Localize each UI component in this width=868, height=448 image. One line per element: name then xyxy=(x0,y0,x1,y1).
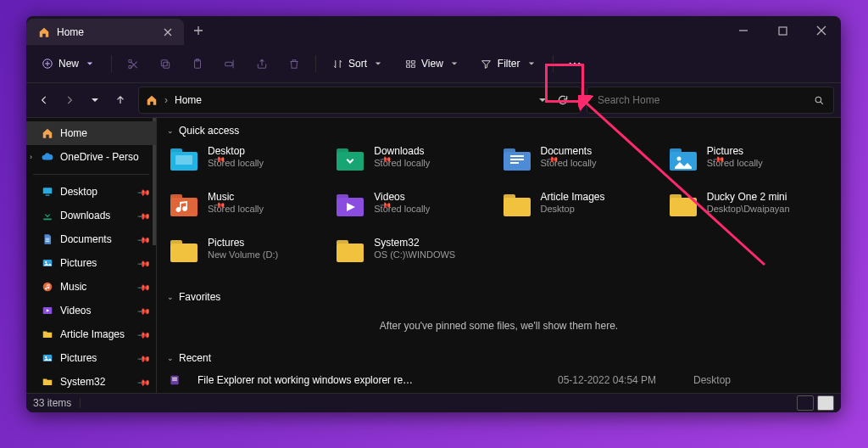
tiles-view-button[interactable] xyxy=(817,395,834,411)
nav-item-label: Videos xyxy=(60,305,91,316)
recent-label: Recent xyxy=(179,352,211,364)
svg-rect-30 xyxy=(337,148,348,154)
svg-rect-12 xyxy=(411,64,415,67)
folder-icon xyxy=(502,147,532,172)
scissors-icon xyxy=(127,58,139,70)
cut-button[interactable] xyxy=(119,51,147,76)
address-bar[interactable]: › Home xyxy=(138,87,581,114)
titlebar: Home xyxy=(26,16,841,45)
nav-item[interactable]: Article Images📌 xyxy=(26,322,156,346)
svg-rect-32 xyxy=(504,148,515,154)
back-button[interactable] xyxy=(31,87,57,113)
chevron-down-icon: ⌄ xyxy=(167,293,174,301)
nav-onedrive[interactable]: › OneDrive - Perso xyxy=(26,145,156,169)
svg-rect-9 xyxy=(406,60,409,63)
svg-rect-44 xyxy=(504,194,515,199)
filter-button[interactable]: Filter xyxy=(472,51,546,76)
file-explorer-window: Home New xyxy=(26,16,841,412)
chevron-down-icon: ⌄ xyxy=(167,126,174,135)
nav-item-label: Pictures xyxy=(60,257,97,269)
sort-label: Sort xyxy=(348,58,367,70)
maximize-button[interactable] xyxy=(763,16,802,45)
svg-rect-17 xyxy=(43,188,53,193)
favorites-header[interactable]: ⌄ Favorites xyxy=(157,284,841,306)
nav-buttons xyxy=(31,87,133,113)
new-tab-button[interactable] xyxy=(184,16,213,45)
svg-rect-34 xyxy=(510,159,524,160)
tab-label: Home xyxy=(57,26,84,38)
nav-item-label: Music xyxy=(60,281,86,293)
svg-point-2 xyxy=(129,59,132,63)
home-icon xyxy=(146,94,158,106)
minimize-button[interactable] xyxy=(724,16,763,45)
address-bar-row: › Home xyxy=(26,83,841,118)
rename-button[interactable] xyxy=(215,51,244,76)
chevron-down-icon[interactable] xyxy=(537,94,548,106)
nav-home[interactable]: Home xyxy=(26,121,156,145)
svg-rect-43 xyxy=(504,198,531,216)
svg-point-21 xyxy=(45,261,47,263)
folder-icon xyxy=(42,281,53,293)
view-button[interactable]: View xyxy=(396,51,469,76)
close-window-button[interactable] xyxy=(802,16,841,45)
refresh-icon[interactable] xyxy=(557,94,569,106)
ellipsis-icon xyxy=(567,58,582,70)
nav-item[interactable]: System32📌 xyxy=(26,370,156,393)
quick-access-item[interactable]: Documents Stored locally 📌 xyxy=(502,145,663,186)
quick-access-item[interactable]: Downloads Stored locally 📌 xyxy=(335,145,496,186)
pin-icon: 📌 xyxy=(137,185,151,199)
nav-item[interactable]: Downloads📌 xyxy=(26,204,156,227)
nav-item[interactable]: Documents📌 xyxy=(26,227,156,251)
folder-icon xyxy=(335,238,365,264)
nav-item[interactable]: Pictures📌 xyxy=(26,346,156,370)
svg-rect-42 xyxy=(337,194,348,199)
forward-button[interactable] xyxy=(57,87,82,113)
command-bar: New Sort View Filter xyxy=(26,45,841,83)
quick-access-item[interactable]: Pictures Stored locally 📌 xyxy=(668,145,829,186)
nav-item[interactable]: Desktop📌 xyxy=(26,180,156,204)
content-pane: ⌄ Quick access Desktop Stored locally 📌 … xyxy=(157,118,841,393)
delete-button[interactable] xyxy=(280,51,309,76)
folder-icon xyxy=(335,147,365,172)
folder-icon xyxy=(668,147,698,172)
svg-rect-45 xyxy=(670,198,697,216)
svg-rect-28 xyxy=(175,155,192,165)
svg-point-14 xyxy=(573,63,575,64)
recent-item[interactable]: File Explorer not working windows explor… xyxy=(169,367,829,393)
nav-item[interactable]: Pictures📌 xyxy=(26,251,156,275)
up-button[interactable] xyxy=(108,87,133,113)
home-icon xyxy=(42,127,53,139)
new-button[interactable]: New xyxy=(33,51,104,76)
search-box[interactable] xyxy=(587,87,834,114)
item-name: Article Images xyxy=(541,191,605,203)
home-icon xyxy=(38,26,50,38)
folder-icon xyxy=(42,305,53,316)
recent-name: File Explorer not working windows explor… xyxy=(198,374,558,386)
recent-header[interactable]: ⌄ Recent xyxy=(157,345,841,367)
search-input[interactable] xyxy=(596,93,813,107)
history-dropdown[interactable] xyxy=(82,87,108,113)
folder-icon xyxy=(42,233,53,245)
quick-access-header[interactable]: ⌄ Quick access xyxy=(157,118,841,140)
svg-point-25 xyxy=(45,356,47,358)
chevron-right-icon: › xyxy=(164,94,168,106)
folder-icon xyxy=(335,193,365,218)
share-button[interactable] xyxy=(248,51,276,76)
nav-item[interactable]: Videos📌 xyxy=(26,299,156,322)
more-button[interactable] xyxy=(560,51,589,76)
details-view-button[interactable] xyxy=(797,395,814,411)
chevron-down-icon xyxy=(372,58,384,70)
folder-icon xyxy=(42,352,53,364)
folder-icon xyxy=(42,257,53,269)
sort-button[interactable]: Sort xyxy=(323,51,392,76)
tab-home[interactable]: Home xyxy=(26,19,184,45)
quick-access-item[interactable]: Desktop Stored locally 📌 xyxy=(169,145,330,186)
folder-icon xyxy=(668,193,698,218)
svg-rect-35 xyxy=(510,162,519,164)
close-tab-icon[interactable] xyxy=(162,26,174,38)
copy-button[interactable] xyxy=(151,51,180,76)
pin-icon: 📌 xyxy=(137,304,151,317)
chevron-down-icon xyxy=(448,58,460,70)
nav-item[interactable]: Music📌 xyxy=(26,275,156,299)
paste-button[interactable] xyxy=(183,51,212,76)
